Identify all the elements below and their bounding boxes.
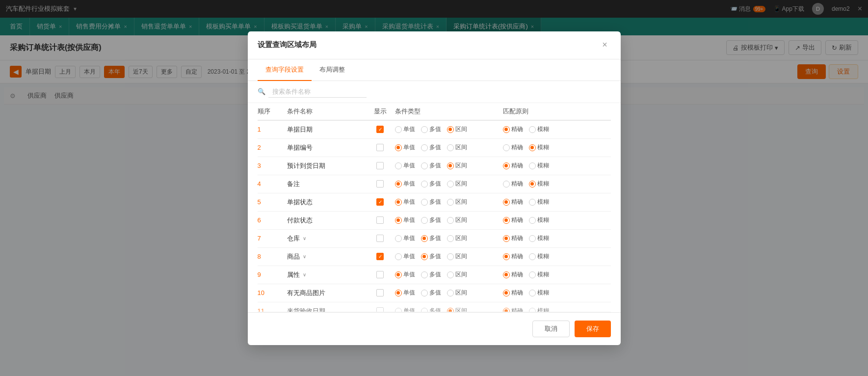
dialog-tab-layout[interactable]: 布局调整 (312, 59, 353, 81)
dialog-search-area: 🔍 (248, 81, 621, 103)
dialog-tabs: 查询字段设置 布局调整 (248, 59, 621, 81)
th-order: 顺序 (258, 107, 287, 109)
th-name: 条件名称 (287, 107, 366, 109)
search-input[interactable] (268, 86, 367, 98)
th-match: 匹配原则 (503, 107, 601, 109)
settings-dialog: 设置查询区域布局 × 查询字段设置 布局调整 🔍 顺序 条件名称 显示 条件类型 (248, 31, 621, 109)
modal-overlay: 设置查询区域布局 × 查询字段设置 布局调整 🔍 顺序 条件名称 显示 条件类型 (0, 0, 868, 108)
search-icon: 🔍 (258, 88, 265, 95)
th-display: 显示 (366, 107, 395, 109)
dialog-table: 顺序 条件名称 显示 条件类型 匹配原则 1 单据日期 单值 (248, 103, 621, 109)
dialog-title: 设置查询区域布局 (258, 40, 316, 50)
th-type: 条件类型 (395, 107, 503, 109)
dialog-close-btn[interactable]: × (599, 39, 611, 51)
dialog-header: 设置查询区域布局 × (248, 31, 621, 59)
dialog-tab-query-fields[interactable]: 查询字段设置 (258, 59, 312, 81)
dt-header: 顺序 条件名称 显示 条件类型 匹配原则 (258, 103, 611, 109)
